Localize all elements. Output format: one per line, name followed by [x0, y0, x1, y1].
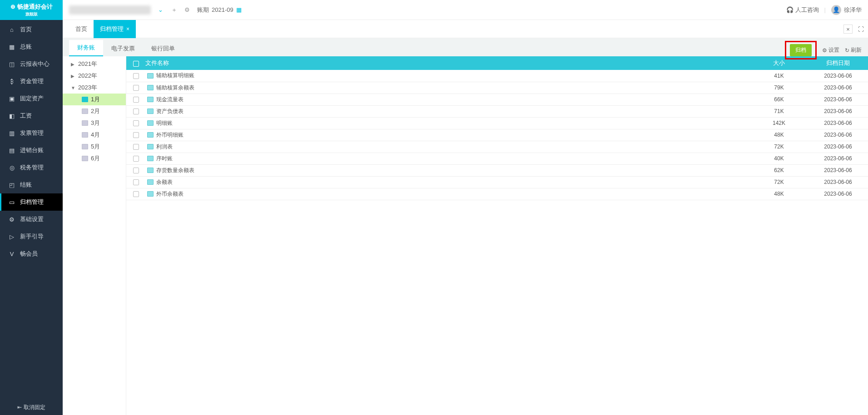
period-value[interactable]: 2021-09	[212, 6, 233, 13]
row-checkbox[interactable]	[133, 109, 139, 114]
tree-month-6[interactable]: 6月	[63, 153, 126, 164]
archive-highlight: 归档	[785, 41, 817, 59]
row-checkbox[interactable]	[133, 132, 139, 138]
file-size: 48K	[750, 188, 804, 200]
plus-icon[interactable]: ＋	[171, 6, 177, 14]
subtab-einvoice[interactable]: 电子发票	[103, 41, 143, 56]
archive-icon: ▭	[8, 198, 15, 206]
row-checkbox[interactable]	[133, 179, 139, 185]
table-row[interactable]: 资产负债表71K2023-06-06	[126, 105, 868, 117]
sidebar-item-jinxiao[interactable]: ▤进销台账	[0, 142, 63, 159]
sidebar-item-guide[interactable]: ▷新手引导	[0, 228, 63, 245]
file-name: 现金流量表	[156, 96, 184, 103]
calendar-icon[interactable]: ▦	[236, 6, 242, 13]
settings-icon[interactable]: ⚙	[184, 6, 190, 13]
tree-month-3[interactable]: 3月	[63, 117, 126, 129]
tree-year-2023[interactable]: ▼2023年	[63, 82, 126, 94]
sidebar-item-close[interactable]: ◰结账	[0, 176, 63, 193]
table-row[interactable]: 外币余额表48K2023-06-06	[126, 188, 868, 200]
folder-icon	[82, 132, 88, 138]
folder-icon	[82, 120, 88, 126]
tree-year-2021[interactable]: ▶2021年	[63, 58, 126, 70]
sidebar-item-member[interactable]: V畅会员	[0, 245, 63, 262]
home-icon: ⌂	[8, 26, 15, 33]
chevron-down-icon[interactable]: ⌄	[158, 6, 163, 13]
row-checkbox[interactable]	[133, 191, 139, 197]
file-name: 外币余额表	[156, 191, 184, 197]
row-checkbox[interactable]	[133, 120, 139, 126]
manual-service-link[interactable]: 🎧人工咨询	[786, 6, 819, 14]
salary-icon: ◧	[8, 112, 15, 119]
tab-archive[interactable]: 归档管理×	[94, 20, 136, 38]
sidebar-item-home[interactable]: ⌂首页	[0, 21, 63, 38]
file-name: 资产负债表	[156, 108, 184, 114]
refresh-icon: ↻	[845, 47, 849, 54]
row-checkbox[interactable]	[133, 73, 139, 79]
tab-close-icon[interactable]: ×	[126, 26, 129, 32]
file-table: 文件名称 大小 归档日期 辅助核算明细账41K2023-06-06辅助核算余额表…	[126, 56, 868, 415]
sidebar-menu: ⌂首页 ▦总账 ◫云报表中心 ₿资金管理 ▣固定资产 ◧工资 ▥发票管理 ▤进销…	[0, 20, 63, 400]
unpin-sidebar[interactable]: ⇤取消固定	[0, 400, 63, 415]
file-date: 2023-06-06	[804, 70, 868, 82]
row-checkbox[interactable]	[133, 156, 139, 162]
caret-right-icon: ▶	[71, 74, 75, 79]
sidebar-item-archive[interactable]: ▭归档管理	[0, 193, 63, 211]
vip-icon: V	[8, 250, 15, 257]
caret-right-icon: ▶	[71, 62, 75, 67]
folder-icon	[147, 120, 154, 126]
topbar: ⌄ ＋ ⚙ 账期 2021-09 ▦ 🎧人工咨询 | 👤 徐泽华	[63, 0, 868, 20]
company-selector-blurred[interactable]	[69, 5, 151, 15]
table-row[interactable]: 外币明细账48K2023-06-06	[126, 129, 868, 141]
sidebar-item-ledger[interactable]: ▦总账	[0, 38, 63, 55]
folder-icon	[82, 144, 88, 149]
folder-icon	[147, 132, 154, 138]
tree-month-4[interactable]: 4月	[63, 129, 126, 141]
subtab-finance[interactable]: 财务账	[69, 40, 103, 56]
ledger-icon: ▦	[8, 43, 15, 50]
table-row[interactable]: 存货数量余额表62K2023-06-06	[126, 164, 868, 176]
table-row[interactable]: 辅助核算余额表79K2023-06-06	[126, 82, 868, 94]
close-all-tabs-button[interactable]: ×	[843, 25, 853, 34]
tree-month-5[interactable]: 5月	[63, 141, 126, 153]
tree-year-2022[interactable]: ▶2022年	[63, 70, 126, 82]
sidebar-item-invoice[interactable]: ▥发票管理	[0, 124, 63, 142]
row-checkbox[interactable]	[133, 85, 139, 91]
sidebar-item-settings[interactable]: ⚙基础设置	[0, 211, 63, 228]
file-name: 明细账	[156, 120, 173, 126]
brand-logo[interactable]: ⊕畅捷通好会计 旗舰版	[0, 0, 63, 20]
table-row[interactable]: 明细账142K2023-06-06	[126, 117, 868, 129]
folder-icon	[147, 156, 154, 161]
table-row[interactable]: 序时账40K2023-06-06	[126, 153, 868, 164]
tree-month-2[interactable]: 2月	[63, 105, 126, 117]
folder-icon	[147, 191, 154, 197]
select-all-checkbox[interactable]	[133, 61, 139, 67]
sidebar-item-label: 发票管理	[20, 129, 44, 137]
refresh-link[interactable]: ↻刷新	[845, 46, 862, 54]
row-checkbox[interactable]	[133, 97, 139, 103]
subtab-bank[interactable]: 银行回单	[143, 41, 183, 56]
table-row[interactable]: 利润表72K2023-06-06	[126, 141, 868, 153]
file-date: 2023-06-06	[804, 82, 868, 94]
tree-month-1[interactable]: 1月	[63, 94, 126, 105]
sidebar-item-funds[interactable]: ₿资金管理	[0, 73, 63, 90]
settings-link[interactable]: ⚙设置	[822, 46, 839, 54]
sidebar-item-reports[interactable]: ◫云报表中心	[0, 55, 63, 73]
row-checkbox[interactable]	[133, 168, 139, 173]
row-checkbox[interactable]	[133, 144, 139, 150]
sidebar-item-label: 固定资产	[20, 94, 44, 103]
close-period-icon: ◰	[8, 181, 15, 188]
archive-button[interactable]: 归档	[790, 44, 812, 56]
sidebar-item-assets[interactable]: ▣固定资产	[0, 90, 63, 107]
table-row[interactable]: 辅助核算明细账41K2023-06-06	[126, 70, 868, 82]
folder-icon	[147, 168, 154, 173]
table-row[interactable]: 余额表72K2023-06-06	[126, 176, 868, 188]
tab-home[interactable]: 首页	[69, 20, 94, 38]
play-icon: ▷	[8, 233, 15, 240]
user-menu[interactable]: 👤 徐泽华	[831, 5, 862, 15]
assets-icon: ▣	[8, 95, 15, 102]
fullscreen-icon[interactable]: ⛶	[856, 25, 865, 34]
folder-icon	[82, 97, 88, 102]
sidebar-item-salary[interactable]: ◧工资	[0, 107, 63, 124]
table-row[interactable]: 现金流量表66K2023-06-06	[126, 94, 868, 105]
sidebar-item-tax[interactable]: ◎税务管理	[0, 159, 63, 176]
